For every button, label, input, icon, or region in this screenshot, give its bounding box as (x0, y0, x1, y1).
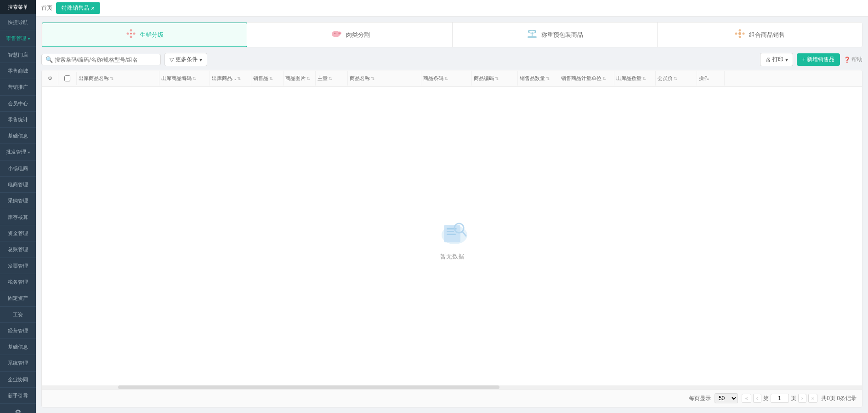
sidebar-item-salary[interactable]: 工资 (0, 307, 36, 323)
first-page-button[interactable]: « (742, 394, 751, 403)
help-button[interactable]: ❓ 帮助 (844, 56, 862, 63)
sort-icon-img[interactable]: ⇅ (306, 76, 310, 81)
horizontal-scrollbar[interactable] (42, 385, 862, 389)
tab-close-icon[interactable]: × (91, 5, 95, 11)
table-header: ⚙ 出库商品名称 ⇅ 出库商品编码 ⇅ 出库商品... ⇅ (42, 70, 862, 87)
sidebar-item-tax-mgmt[interactable]: 税务管理 (0, 274, 36, 290)
sidebar-item-retail-mall[interactable]: 零售商城 (0, 63, 36, 79)
th-setting[interactable]: ⚙ (42, 72, 58, 85)
sort-icon-member[interactable]: ⇅ (674, 76, 677, 81)
tab-meat-cutting[interactable]: 肉类分割 (247, 23, 452, 47)
th-sale-goods: 销售品 ⇅ (251, 71, 284, 86)
search-box: 🔍 (41, 54, 161, 65)
tab-weigh-pack[interactable]: 称重预包装商品 (453, 23, 658, 47)
sidebar-item-general-ledger[interactable]: 总账管理 (0, 241, 36, 258)
add-sale-item-button[interactable]: + 新增销售品 (797, 53, 840, 66)
home-tab[interactable]: 首页 (41, 4, 52, 12)
th-out-goods-code: 出库商品编码 ⇅ (159, 71, 210, 86)
sidebar-item-ecom-mgmt[interactable]: 电商管理 (0, 177, 36, 193)
weigh-pack-label: 称重预包装商品 (541, 31, 583, 39)
svg-point-16 (739, 29, 741, 32)
th-sale-unit: 销售商品计量单位 ⇅ (559, 71, 614, 86)
empty-illustration (434, 212, 471, 249)
svg-point-9 (334, 33, 335, 34)
sidebar-item-company-protocol[interactable]: 企业协同 (0, 372, 36, 388)
page-input[interactable] (771, 394, 789, 403)
page-nav: « ‹ 第 页 › » (742, 394, 817, 403)
svg-point-4 (130, 33, 132, 34)
filter-icon: ▽ (170, 57, 174, 63)
sort-icon-goods-code[interactable]: ⇅ (495, 76, 499, 81)
sidebar-logo: 搜索菜单 (0, 0, 36, 14)
svg-point-17 (743, 33, 745, 35)
svg-point-14 (528, 30, 530, 32)
page-size-select[interactable]: 50 10 20 100 (715, 393, 738, 403)
sidebar-item-mini-ecom[interactable]: 小畅电商 (0, 161, 36, 177)
sidebar-item-basic-info2[interactable]: 基础信息 (0, 339, 36, 355)
sidebar-item-purchase-mgmt[interactable]: 采购管理 (0, 193, 36, 209)
next-page-button[interactable]: › (798, 394, 806, 403)
sidebar-item-fund-mgmt[interactable]: 资金管理 (0, 225, 36, 241)
sidebar-item-system-mgmt[interactable]: 系统管理 (0, 355, 36, 371)
th-out-goods-name: 出库商品名称 ⇅ (77, 71, 159, 86)
help-label: 帮助 (851, 56, 862, 63)
sidebar-item-business-mgmt[interactable]: 经营管理 (0, 323, 36, 339)
sidebar-search-menu[interactable]: 搜索菜单 (8, 4, 28, 11)
sort-icon-weight[interactable]: ⇅ (329, 76, 332, 81)
th-barcode: 商品条码 ⇅ (421, 71, 472, 86)
sidebar-item-retail-stats[interactable]: 零售统计 (0, 112, 36, 128)
sort-icon-goods-name[interactable]: ⇅ (371, 76, 374, 81)
topbar: 首页 特殊销售品 × (36, 0, 868, 17)
sort-icon-barcode[interactable]: ⇅ (444, 76, 448, 81)
sidebar-item-basic-info[interactable]: 基础信息 (0, 128, 36, 144)
th-operation: 操作 (697, 71, 725, 86)
print-icon: 🖨 (765, 57, 771, 63)
sidebar-item-wholesale-mgmt[interactable]: 批发管理 ▾ (0, 144, 36, 160)
sort-icon-out-qty[interactable]: ⇅ (642, 76, 646, 81)
special-sales-tab[interactable]: 特殊销售品 × (56, 2, 100, 14)
print-button[interactable]: 🖨 打印 ▾ (760, 53, 793, 66)
print-label: 打印 (772, 56, 783, 63)
prev-page-button[interactable]: ‹ (753, 394, 761, 403)
sidebar-item-fixed-assets[interactable]: 固定资产 (0, 290, 36, 306)
tab-fresh-grading[interactable]: 生鲜分级 (41, 22, 248, 47)
svg-point-2 (130, 36, 132, 38)
sort-icon-out-spec[interactable]: ⇅ (237, 76, 241, 81)
svg-point-1 (133, 33, 135, 35)
combo-goods-label: 组合商品销售 (749, 31, 785, 39)
filter-button[interactable]: ▽ 更多条件 ▾ (165, 53, 207, 66)
category-tabs: 生鲜分级 肉类分割 (41, 22, 862, 47)
sort-icon-unit[interactable]: ⇅ (602, 76, 606, 81)
sort-icon-sale[interactable]: ⇅ (269, 76, 273, 81)
svg-point-0 (130, 29, 132, 32)
sidebar-item-sales-promo[interactable]: 营销推广 (0, 79, 36, 95)
tab-combo-goods[interactable]: 组合商品销售 (658, 23, 862, 47)
print-arrow: ▾ (785, 57, 788, 63)
svg-point-20 (738, 32, 741, 35)
last-page-button[interactable]: » (808, 394, 818, 403)
combo-goods-icon (734, 29, 745, 41)
svg-point-15 (534, 30, 536, 32)
th-goods-img: 商品图片 ⇅ (284, 71, 316, 86)
sidebar-item-quick-nav[interactable]: 快捷导航 (0, 14, 36, 30)
sidebar-item-invoice-mgmt[interactable]: 发票管理 (0, 258, 36, 274)
total-info: 共0页 0条记录 (821, 395, 857, 402)
sidebar-item-member-center[interactable]: 会员中心 (0, 96, 36, 112)
meat-cutting-icon (329, 29, 342, 41)
sort-icon-sale-qty[interactable]: ⇅ (546, 76, 550, 81)
sidebar-item-smart-store[interactable]: 智慧门店 (0, 47, 36, 63)
sort-icon-out-goods-name[interactable]: ⇅ (110, 76, 113, 81)
th-sale-qty: 销售品数量 ⇅ (518, 71, 559, 86)
search-input[interactable] (55, 57, 156, 63)
svg-point-3 (126, 33, 129, 35)
scrollbar-thumb[interactable] (118, 385, 499, 389)
select-all-checkbox[interactable] (64, 75, 70, 81)
filter-label: 更多条件 (176, 56, 198, 63)
sidebar-item-retail-mgmt[interactable]: 零售管理 ▾ (0, 30, 36, 46)
sidebar-item-inventory-check[interactable]: 库存核算 (0, 209, 36, 225)
svg-rect-24 (447, 231, 454, 232)
settings-icon[interactable]: ⚙ (15, 408, 21, 413)
column-settings-icon[interactable]: ⚙ (48, 75, 52, 81)
sort-icon-out-goods-code[interactable]: ⇅ (193, 76, 196, 81)
sidebar-item-beginner-guide[interactable]: 新手引导 (0, 388, 36, 404)
